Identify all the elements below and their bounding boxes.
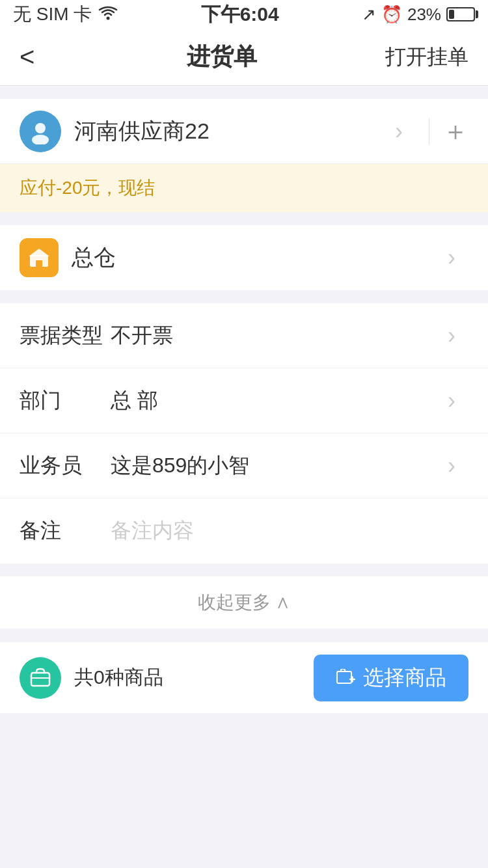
remark-label: 备注 <box>20 517 111 545</box>
salesman-label: 业务员 <box>20 452 111 480</box>
notice-text: 应付-20元，现结 <box>20 178 155 198</box>
remark-input[interactable]: 备注内容 <box>111 517 468 545</box>
supplier-row[interactable]: 河南供应商22 › ＋ <box>0 99 488 164</box>
nav-bar: < 进货单 打开挂单 <box>0 29 488 86</box>
add-button[interactable]: ＋ <box>442 113 468 149</box>
supplier-card: 河南供应商22 › ＋ 应付-20元，现结 <box>0 99 488 212</box>
supplier-chevron-icon: › <box>395 118 403 145</box>
warehouse-name: 总仓 <box>72 243 448 273</box>
warehouse-card: 总仓 › <box>0 225 488 290</box>
form-section: 票据类型 不开票 › 部门 总 部 › 业务员 这是859的小智 › 备注 备注… <box>0 303 488 563</box>
sim-label: 无 SIM 卡 <box>13 2 92 27</box>
supplier-divider <box>429 118 429 144</box>
salesman-value: 这是859的小智 <box>111 452 448 480</box>
svg-point-1 <box>35 123 46 133</box>
invoice-value: 不开票 <box>111 321 448 350</box>
select-btn-label: 选择商品 <box>363 664 446 692</box>
notice-banner: 应付-20元，现结 <box>0 164 488 212</box>
svg-point-2 <box>32 135 49 144</box>
supplier-name: 河南供应商22 <box>74 116 395 146</box>
collapse-row[interactable]: 收起更多 ∧ <box>0 576 488 629</box>
svg-rect-6 <box>31 673 49 686</box>
status-bar: 无 SIM 卡 下午6:04 ↗ ⏰ 23% <box>0 0 488 29</box>
svg-rect-8 <box>337 671 351 683</box>
gap-1 <box>0 86 488 99</box>
alarm-icon: ⏰ <box>381 5 402 25</box>
dept-chevron-icon: › <box>448 387 455 414</box>
invoice-chevron-icon: › <box>448 322 455 349</box>
product-count: 共0种商品 <box>74 664 301 691</box>
gap-2 <box>0 212 488 225</box>
supplier-avatar <box>20 111 61 152</box>
product-icon-wrap <box>20 657 61 699</box>
svg-marker-4 <box>29 249 49 256</box>
battery-icon <box>446 7 475 21</box>
warehouse-row[interactable]: 总仓 › <box>0 225 488 290</box>
status-time: 下午6:04 <box>201 1 279 28</box>
open-pending-button[interactable]: 打开挂单 <box>385 43 468 72</box>
salesman-chevron-icon: › <box>448 452 455 480</box>
gap-5 <box>0 629 488 642</box>
wifi-icon <box>98 4 118 25</box>
dept-label: 部门 <box>20 387 111 415</box>
warehouse-icon <box>20 238 59 277</box>
invoice-label: 票据类型 <box>20 321 111 350</box>
select-product-button[interactable]: 选择商品 <box>314 655 468 701</box>
battery-percent: 23% <box>407 5 441 25</box>
gap-4 <box>0 563 488 576</box>
warehouse-chevron-icon: › <box>448 244 455 271</box>
salesman-row[interactable]: 业务员 这是859的小智 › <box>0 433 488 498</box>
remark-row[interactable]: 备注 备注内容 <box>0 498 488 563</box>
location-icon: ↗ <box>362 5 376 25</box>
svg-point-0 <box>107 17 110 20</box>
page-title: 进货单 <box>187 41 257 73</box>
gap-3 <box>0 290 488 303</box>
status-left: 无 SIM 卡 <box>13 2 118 27</box>
collapse-label: 收起更多 ∧ <box>198 590 291 615</box>
back-button[interactable]: < <box>20 42 59 72</box>
svg-rect-5 <box>36 260 42 267</box>
bottom-bar: 共0种商品 选择商品 <box>0 642 488 713</box>
dept-value: 总 部 <box>111 387 448 415</box>
status-right: ↗ ⏰ 23% <box>362 5 475 25</box>
invoice-row[interactable]: 票据类型 不开票 › <box>0 303 488 368</box>
dept-row[interactable]: 部门 总 部 › <box>0 368 488 433</box>
